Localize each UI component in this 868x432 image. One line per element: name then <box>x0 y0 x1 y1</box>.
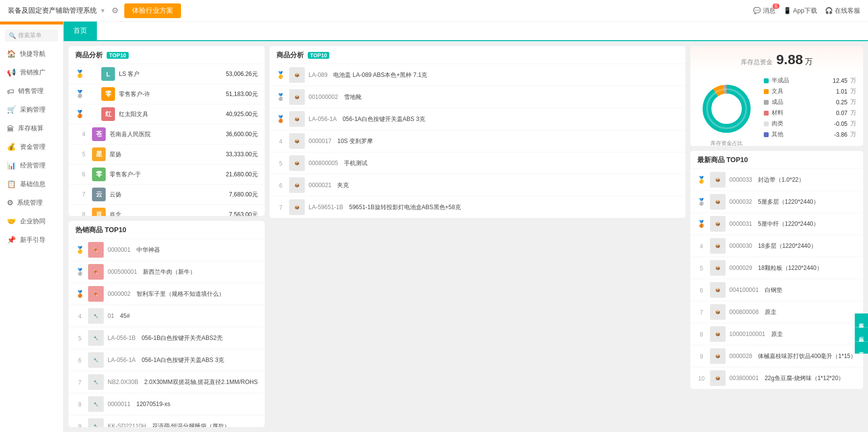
product-name: 18颗粒板（1220*2440） <box>758 264 856 272</box>
product-thumbnail: 📦 <box>710 238 726 254</box>
guide-icon: 📌 <box>7 236 16 244</box>
message-icon: 💬 <box>753 7 761 14</box>
product-code: 003800001 <box>730 375 759 382</box>
product-code: 0000001 <box>108 246 131 253</box>
message-badge: 6 <box>773 3 779 9</box>
phone-icon: 📱 <box>783 7 791 14</box>
sidebar-item-quicknav[interactable]: 🏠 快捷导航 <box>0 45 63 63</box>
product-code: 0000032 <box>730 198 753 205</box>
sidebar-item-label: 库存核算 <box>18 124 44 133</box>
product-code: LA-089 <box>309 72 328 78</box>
product-thumbnail: 📦 <box>289 111 305 127</box>
sidebar-item-finance[interactable]: 💰 资金管理 <box>0 138 63 156</box>
product-code: LA-056-1B <box>108 335 136 341</box>
rank-medal: 6 <box>75 356 84 364</box>
legend-unit: 万 <box>850 109 856 117</box>
finance-icon: 💰 <box>7 143 16 151</box>
sidebar-item-system[interactable]: ⚙ 系统管理 <box>0 193 63 212</box>
float-service-button[interactable]: 直播 <box>855 342 868 354</box>
legend-dot <box>764 132 769 137</box>
product-thumbnail: 📦 <box>710 172 726 188</box>
product-thumbnail: 📦 <box>710 304 726 320</box>
message-button[interactable]: 💬 消息 6 <box>753 6 776 15</box>
purchase-icon: 🛒 <box>7 105 16 114</box>
legend-dot <box>764 100 769 105</box>
sidebar-item-sales[interactable]: 🏷 销售管理 <box>0 82 63 100</box>
hot-product-row: 8 🔧 0000011 12070519-xs <box>69 393 265 415</box>
inventory-unit: 万 <box>805 57 813 66</box>
content-area: 商品分析 TOP10 🥇 L LS 客户 53,006.26元 🥈 零 零售客户… <box>64 41 868 432</box>
rank-avatar: 零 <box>101 87 115 101</box>
legend-unit: 万 <box>850 76 856 85</box>
hot-product-row: 5 🔧 LA-056-1B 056-1B白色按键开关壳ABS2壳 <box>69 327 265 349</box>
inventory-card: 库存总资金 9.88 万 <box>690 46 863 146</box>
product-code: 0000002 <box>108 290 131 297</box>
main-area: 首页 商品分析 TOP10 🥇 L LS 客户 53,006.26元 🥈 零 零… <box>64 22 868 432</box>
product-thumbnail: 📦 <box>289 89 305 105</box>
online-service-button[interactable]: 🎧 在线客服 <box>825 6 860 15</box>
product-thumbnail: 📦 <box>289 67 305 83</box>
customer-top10-card: 商品分析 TOP10 🥇 L LS 客户 53,006.26元 🥈 零 零售客户… <box>69 46 265 216</box>
system-name-label: 装备及固定资产辅助管理系统 <box>8 6 97 15</box>
sidebar: 🐾 畅捷通好生意 标准版 🔍 搜索菜单 🏠 快捷导航 📢 营销推广 🏷 销售管理… <box>0 0 64 432</box>
product-code: 0000029 <box>730 264 753 271</box>
float-service-button[interactable]: 客服热线 <box>855 313 868 328</box>
product-name: 22g鱼豆腐-烧烤味（1*12*20） <box>765 374 856 383</box>
product-code: 0000021 <box>309 182 332 189</box>
mid-product-row: 5 📦 000800005 手机测试 <box>270 152 685 174</box>
product-code: 001000002 <box>309 94 338 100</box>
rank-medal: 🥉 <box>75 290 84 298</box>
customer-rank-row: 5 星 星扬 33,333.00元 <box>69 144 265 164</box>
tab-bar: 首页 <box>64 22 868 41</box>
legend-item: 肉类 -0.05 万 <box>764 120 856 128</box>
new-product-row: 10 📦 003800001 22g鱼豆腐-烧烤味（1*12*20） <box>690 367 863 389</box>
sidebar-item-marketing[interactable]: 📢 营销推广 <box>0 63 63 82</box>
sidebar-item-guide[interactable]: 📌 新手引导 <box>0 231 63 249</box>
product-code: 000800005 <box>309 160 338 167</box>
app-download-button[interactable]: 📱 App下载 <box>783 6 817 15</box>
product-code: 10000100001 <box>730 331 765 337</box>
tab-home[interactable]: 首页 <box>64 22 97 41</box>
mid-product-row: 7 📦 LA-59651-1B 59651-1B旋转投影灯电池盒ABS黑色+58… <box>270 196 685 218</box>
legend-value: 0.25 <box>836 99 847 106</box>
sidebar-item-corp[interactable]: 🤝 企业协同 <box>0 212 63 231</box>
sidebar-item-operation[interactable]: 📊 经营管理 <box>0 156 63 175</box>
rank-value: 7,680.00元 <box>229 191 258 199</box>
rank-value: 51,183.00元 <box>226 90 257 98</box>
app-label: App下载 <box>793 6 817 15</box>
legend-value: -0.05 <box>834 120 847 127</box>
legend-name: 文具 <box>772 87 833 96</box>
product-thumbnail: 📦 <box>710 216 726 232</box>
new-product-row: 🥉 📦 0000031 5厘中纤（1220*2440） <box>690 213 863 235</box>
new-products-title: 最新商品 TOP10 <box>690 151 863 168</box>
sidebar-item-purchase[interactable]: 🛒 采购管理 <box>0 100 63 119</box>
float-service-button[interactable]: 服务社区 <box>855 328 868 342</box>
search-menu-button[interactable]: 🔍 搜索菜单 <box>5 29 58 42</box>
legend-value: -3.86 <box>834 131 847 138</box>
mid-products-card: 商品分析 TOP10 🥇 📦 LA-089 电池盖 LA-089 ABS本色+黑… <box>270 46 685 218</box>
rank-medal: 6 <box>276 181 285 189</box>
product-thumbnail: 🔧 <box>88 374 104 390</box>
product-thumbnail: 📦 <box>289 177 305 193</box>
product-code: 01 <box>108 312 114 319</box>
sidebar-item-inventory[interactable]: 🏛 库存核算 <box>0 119 63 138</box>
new-product-row: 7 📦 000800008 原圭 <box>690 301 863 323</box>
product-code: 000800008 <box>730 309 759 315</box>
rank-medal: 7 <box>697 308 706 316</box>
rank-medal-icon: 🥈 <box>75 90 85 98</box>
new-product-row: 🥈 📦 0000032 5厘多层（1220*2440） <box>690 191 863 213</box>
product-thumbnail: 🍖 <box>88 264 104 280</box>
new-product-row: 9 📦 0000028 体械嘉枝味苏打饮品400毫升（1*15） <box>690 345 863 367</box>
system-selector[interactable]: 装备及固定资产辅助管理系统 ▼ <box>8 6 106 15</box>
product-thumbnail: 🔧 <box>88 308 104 324</box>
product-code: KK-SD22110H <box>108 423 146 427</box>
mid-product-row: 🥉 📦 LA-056-1A 056-1A白色按键开关盖ABS 3克 <box>270 108 685 130</box>
new-product-row: 6 📦 004100001 白钢垫 <box>690 279 863 301</box>
settings-icon[interactable]: ⚙ <box>112 6 118 15</box>
sidebar-item-basic[interactable]: 📋 基础信息 <box>0 175 63 193</box>
product-thumbnail: 📦 <box>710 348 726 364</box>
rank-medal: 🥉 <box>276 115 285 123</box>
search-placeholder: 搜索菜单 <box>18 31 42 40</box>
trial-button[interactable]: 体验行业方案 <box>124 3 181 18</box>
rank-medal: 🥈 <box>276 93 285 101</box>
